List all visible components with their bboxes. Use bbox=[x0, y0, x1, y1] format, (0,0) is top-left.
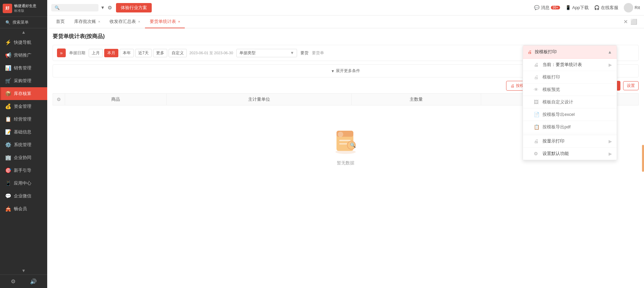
tab-receipt-summary[interactable]: 收发存汇总表 × bbox=[105, 15, 145, 28]
print-dropdown-close-icon[interactable]: ▲ bbox=[608, 50, 612, 55]
message-label: 消息 bbox=[541, 5, 550, 11]
print-dropdown-title: 按模板打印 bbox=[535, 49, 557, 55]
sidebar-item-finance[interactable]: 💰 资金管理 bbox=[0, 100, 47, 113]
tabs-bar: 首页 库存批次账 × 收发存汇总表 × 要货单统计表 × ✕ ⬜ bbox=[47, 15, 644, 28]
trial-button[interactable]: 体验行业方案 bbox=[116, 3, 152, 12]
message-item[interactable]: 💬 消息 99+ bbox=[534, 5, 560, 11]
tab-order-stats-label: 要货单统计表 bbox=[150, 19, 176, 25]
order-type-label: 单据类型 bbox=[239, 50, 256, 56]
template-preview-item[interactable]: 👁 模板预览 bbox=[523, 84, 617, 96]
sidebar-item-enterprise[interactable]: 🏢 企业协同 bbox=[0, 151, 47, 164]
sidebar-item-marketing[interactable]: 📢 营销推广 bbox=[0, 49, 47, 62]
topbar-dropdown-arrow[interactable]: ▼ bbox=[100, 5, 105, 10]
audio-icon[interactable]: 🔊 bbox=[30, 278, 37, 285]
sales-icon: 📊 bbox=[5, 65, 11, 71]
settings-icon[interactable]: ⚙ bbox=[11, 278, 16, 285]
logo-icon: 好 bbox=[3, 4, 12, 13]
user-avatar-item[interactable]: Rit bbox=[624, 3, 640, 12]
order-type-select[interactable]: 单据类型 ▼ bbox=[236, 49, 297, 57]
template-print-icon: 🖨 bbox=[534, 74, 540, 80]
tab-order-stats[interactable]: 要货单统计表 × bbox=[145, 15, 185, 28]
logo-text: 畅捷通好生意 bbox=[14, 3, 36, 8]
online-service-item[interactable]: 🎧 在线客服 bbox=[594, 5, 618, 11]
sidebar-item-sales[interactable]: 📊 销售管理 bbox=[0, 62, 47, 74]
col-product: 商品 bbox=[65, 94, 167, 105]
date-btn-current-year[interactable]: 本年 bbox=[120, 49, 134, 57]
sidebar-scroll-up[interactable]: ▲ bbox=[0, 28, 47, 36]
date-btn-more[interactable]: 更多 bbox=[153, 49, 167, 57]
template-export-pdf-item[interactable]: 📋 按模板导出pdf bbox=[523, 121, 617, 133]
date-btn-prev-month[interactable]: 上月 bbox=[89, 49, 103, 57]
expand-tab-icon[interactable]: ⬜ bbox=[631, 19, 637, 25]
tab-inventory-batch-label: 库存批次账 bbox=[74, 19, 96, 25]
sidebar-item-label: 销售管理 bbox=[14, 65, 31, 71]
inventory-icon: 📦 bbox=[5, 91, 11, 97]
print-current-item[interactable]: 🖨 当前：要货单统计表 ▶ bbox=[523, 59, 617, 71]
sidebar-item-app-center[interactable]: 📱 应用中心 bbox=[0, 177, 47, 190]
tab-inventory-batch-close[interactable]: × bbox=[98, 20, 100, 24]
sidebar-item-label: 企业协同 bbox=[14, 155, 31, 161]
display-print-item[interactable]: 🖨 按显示打印 ▶ bbox=[523, 135, 617, 148]
expand-chevron-icon: ▼ bbox=[331, 69, 335, 73]
display-print-arrow: ▶ bbox=[609, 139, 612, 144]
filter-expand-button[interactable]: » bbox=[57, 49, 66, 57]
app-download-item[interactable]: 📱 App下载 bbox=[565, 5, 589, 11]
sidebar-item-guide[interactable]: 🎯 新手引导 bbox=[0, 164, 47, 177]
sidebar-item-wechat[interactable]: 💬 企业微信 bbox=[0, 190, 47, 202]
tab-receipt-summary-label: 收发存汇总表 bbox=[110, 19, 136, 25]
guide-icon: 🎯 bbox=[5, 167, 11, 173]
set-default-icon: ⚙ bbox=[534, 151, 540, 156]
template-print-item[interactable]: 🖨 模板打印 bbox=[523, 71, 617, 84]
right-scrollbar[interactable] bbox=[642, 145, 644, 172]
print-icon: 🖨 bbox=[510, 84, 515, 88]
sidebar-item-system[interactable]: ⚙️ 系统管理 bbox=[0, 138, 47, 151]
svg-point-7 bbox=[338, 132, 343, 137]
date-btn-current-month[interactable]: 本月 bbox=[104, 49, 118, 57]
sidebar-item-label: 经营管理 bbox=[14, 116, 31, 122]
sidebar-bottom: ⚙ 🔊 bbox=[0, 275, 47, 288]
search-icon: 🔍 bbox=[55, 5, 60, 10]
sidebar-item-label: 营销推广 bbox=[14, 52, 31, 58]
sidebar-item-member[interactable]: 🎪 畅会员 bbox=[0, 202, 47, 215]
settings-button[interactable]: 设置 bbox=[623, 81, 639, 90]
sidebar-scroll-down[interactable]: ▼ bbox=[0, 267, 47, 275]
member-icon: 🎪 bbox=[5, 206, 11, 212]
yaohuo-type-label: 要货单 bbox=[312, 50, 324, 56]
date-range-display: 2023-06-01 至 2023-06-30 bbox=[189, 51, 233, 56]
set-default-item[interactable]: ⚙ 设置默认功能 ▶ bbox=[523, 148, 617, 160]
date-btn-7days[interactable]: 近7天 bbox=[135, 49, 152, 57]
sidebar-item-label: 新手引导 bbox=[14, 167, 31, 173]
sidebar-item-label: 畅会员 bbox=[14, 206, 27, 212]
finance-icon: 💰 bbox=[5, 103, 11, 109]
wechat-icon: 💬 bbox=[5, 193, 11, 199]
date-filter-group: 上月 本月 本年 近7天 更多 自定义 2023-06-01 至 2023-06… bbox=[89, 49, 233, 57]
message-badge: 99+ bbox=[551, 6, 560, 9]
sidebar-item-operation[interactable]: 📋 经营管理 bbox=[0, 113, 47, 126]
tab-home-label: 首页 bbox=[56, 19, 65, 25]
svg-rect-4 bbox=[339, 143, 347, 145]
print-dropdown-header: 🖨 按模板打印 ▲ bbox=[523, 45, 617, 59]
sidebar-item-inventory[interactable]: 📦 库存核算 bbox=[0, 87, 47, 100]
template-print-label: 模板打印 bbox=[543, 74, 560, 80]
sidebar-item-basic[interactable]: 📝 基础信息 bbox=[0, 126, 47, 138]
set-default-label: 设置默认功能 bbox=[543, 151, 569, 157]
sidebar-item-quick-nav[interactable]: ⚡ 快捷导航 bbox=[0, 36, 47, 49]
tab-order-stats-close[interactable]: × bbox=[178, 20, 180, 24]
sidebar-search[interactable]: 🔍 搜索菜单 bbox=[0, 17, 47, 28]
close-tab-icon[interactable]: ✕ bbox=[623, 19, 628, 25]
tab-home[interactable]: 首页 bbox=[51, 15, 69, 28]
tab-receipt-summary-close[interactable]: × bbox=[138, 20, 140, 24]
topbar: 🔍 ▼ ⚙ 体验行业方案 💬 消息 99+ 📱 App下载 🎧 在线客服 Rit bbox=[47, 0, 644, 15]
topbar-search-box[interactable]: 🔍 bbox=[51, 4, 98, 11]
template-export-excel-item[interactable]: 📄 按模板导出excel bbox=[523, 108, 617, 121]
sidebar-item-purchase[interactable]: 🛒 采购管理 bbox=[0, 74, 47, 87]
template-custom-item[interactable]: 🖼 模板自定义设计 bbox=[523, 96, 617, 108]
topbar-gear-icon[interactable]: ⚙ bbox=[108, 5, 112, 11]
col-gear[interactable]: ⚙ bbox=[53, 94, 65, 105]
gear-icon[interactable]: ⚙ bbox=[57, 97, 61, 102]
current-item-icon: 🖨 bbox=[534, 62, 540, 67]
display-print-icon: 🖨 bbox=[534, 138, 540, 144]
date-btn-custom[interactable]: 自定义 bbox=[169, 49, 187, 57]
tab-inventory-batch[interactable]: 库存批次账 × bbox=[69, 15, 105, 28]
current-item-arrow: ▶ bbox=[609, 62, 612, 67]
